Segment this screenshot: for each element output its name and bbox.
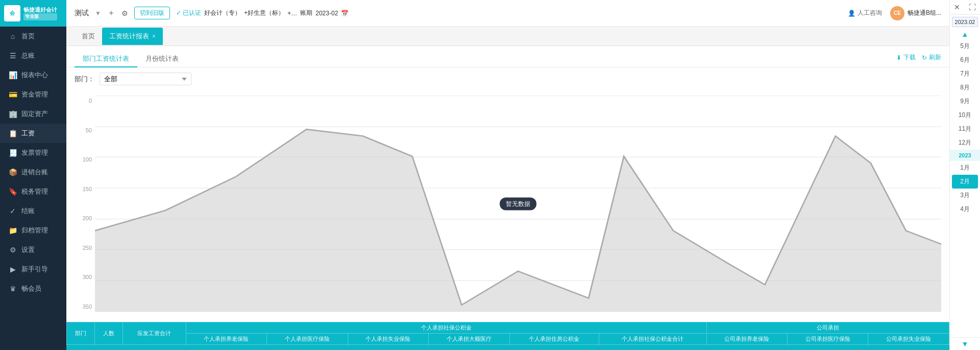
project-dropdown-icon[interactable]: ▼: [95, 10, 101, 17]
tabbar: 首页 工资统计报表 ×: [66, 27, 949, 46]
assets-icon: 🏢: [8, 110, 17, 118]
th-company-medical: 公司承担医疗保险: [787, 334, 868, 345]
biz-status: +好生意（标）: [244, 9, 284, 17]
th-company-unemployment: 公司承担失业保险: [868, 334, 949, 345]
download-icon: ⬇: [896, 54, 901, 61]
sidebar-item-home[interactable]: ⌂ 首页: [0, 27, 66, 46]
y-label-350: 350: [75, 304, 95, 310]
month-9[interactable]: 9月: [950, 95, 980, 108]
period-label: 账期: [300, 9, 312, 17]
date-nav-bottom: ▼: [950, 337, 980, 350]
th-total-wage: 应发工资合计: [122, 322, 186, 345]
sidebar-item-tax[interactable]: 🔖 税务管理: [0, 182, 66, 201]
panel-expand-button[interactable]: ⛶: [969, 3, 976, 11]
y-label-300: 300: [75, 274, 95, 280]
month-8[interactable]: 8月: [950, 81, 980, 95]
sidebar-item-sales[interactable]: 📦 进销台账: [0, 162, 66, 182]
refresh-icon: ↻: [922, 54, 927, 61]
tab-salary-report[interactable]: 工资统计报表 ×: [102, 28, 163, 45]
topbar: 测试 ▼ ＋ ⚙ 切到旧版 ✓ 已认证 好会计（专） +好生意（标） +… 账期…: [66, 0, 949, 27]
subtab-dept[interactable]: 部门工资统计表: [75, 51, 137, 67]
capital-icon: 💳: [8, 90, 17, 99]
date-up-button[interactable]: ▲: [962, 30, 969, 38]
invoice-icon: 🧾: [8, 149, 17, 157]
date-down-button[interactable]: ▼: [962, 340, 969, 348]
th-personal-group: 个人承担社保公积金: [186, 322, 706, 334]
month-11[interactable]: 11月: [950, 122, 980, 136]
main-area: 测试 ▼ ＋ ⚙ 切到旧版 ✓ 已认证 好会计（专） +好生意（标） +… 账期…: [66, 0, 949, 350]
dept-label: 部门：: [75, 75, 94, 84]
month-2-active[interactable]: 2月: [952, 175, 978, 189]
tab-close-button[interactable]: ×: [152, 33, 156, 40]
th-personal-total: 个人承担社保公积金合计: [599, 334, 706, 345]
sidebar-item-salary[interactable]: 📋 工资: [0, 124, 66, 143]
app-logo: 会 畅捷通好会计 专业版: [0, 0, 66, 27]
subtab-monthly[interactable]: 月份统计表: [137, 51, 187, 67]
y-label-50: 50: [75, 127, 95, 133]
panel-close-button[interactable]: ✕: [954, 3, 960, 11]
month-1[interactable]: 1月: [950, 161, 980, 175]
switch-old-button[interactable]: 切到旧版: [134, 7, 170, 19]
th-personal-major-medical: 个人承担大额医疗: [429, 334, 509, 345]
month-7[interactable]: 7月: [950, 67, 980, 81]
month-12[interactable]: 12月: [950, 136, 980, 150]
th-personal-pension: 个人承担养老保险: [186, 334, 266, 345]
y-label-250: 250: [75, 245, 95, 251]
vip-icon: ♛: [8, 285, 17, 293]
sidebar-item-capital[interactable]: 💳 资金管理: [0, 85, 66, 104]
topbar-status: ✓ 已认证 好会计（专） +好生意（标） +… 账期 2023-02 📅: [176, 9, 349, 17]
consult-button[interactable]: 👤 人工咨询: [848, 9, 882, 17]
chart-container: 350 300 250 200 150 100 50 0: [75, 96, 941, 322]
good-account-status: 好会计（专）: [204, 9, 241, 17]
sidebar-item-reports[interactable]: 📊 报表中心: [0, 65, 66, 85]
tab-home[interactable]: 首页: [75, 28, 102, 45]
home-icon: ⌂: [8, 32, 17, 40]
y-label-150: 150: [75, 186, 95, 192]
settings-icon: ⚙: [8, 246, 17, 254]
sidebar: 会 畅捷通好会计 专业版 ⌂ 首页 ☰ 总账 📊 报表中心 💳 资金管理 🏢 固…: [0, 0, 66, 350]
calendar-icon[interactable]: 📅: [341, 10, 349, 17]
y-label-100: 100: [75, 156, 95, 162]
refresh-button[interactable]: ↻ 刷新: [922, 53, 941, 62]
settings-button[interactable]: ⚙: [121, 9, 128, 17]
y-axis: 350 300 250 200 150 100 50 0: [75, 96, 95, 312]
sidebar-item-vip[interactable]: ♛ 畅会员: [0, 279, 66, 298]
month-5[interactable]: 5月: [950, 39, 980, 53]
sidebar-item-settle[interactable]: ✓ 结账: [0, 201, 66, 221]
sidebar-item-invoice[interactable]: 🧾 发票管理: [0, 143, 66, 162]
chart-area: 350 300 250 200 150 100 50 0: [66, 90, 949, 322]
table-grid: 部门 人数 应发工资合计 个人承担社保公积金 公司承担 个人承担养老保险 个人承…: [66, 322, 949, 345]
add-button[interactable]: ＋: [107, 8, 115, 18]
sidebar-item-assets[interactable]: 🏢 固定资产: [0, 104, 66, 124]
month-3[interactable]: 3月: [950, 189, 980, 202]
download-button[interactable]: ⬇ 下载: [896, 53, 916, 62]
th-personal-medical: 个人承担医疗保险: [267, 334, 348, 345]
reports-icon: 📊: [8, 71, 17, 79]
sidebar-item-settings[interactable]: ⚙ 设置: [0, 240, 66, 260]
year-2023-label: 2023: [950, 150, 980, 161]
chart-svg-wrapper: 暂无数据: [95, 96, 941, 312]
salary-icon: 📋: [8, 129, 17, 137]
th-personal-unemployment: 个人承担失业保险: [348, 334, 428, 345]
filter-row: 部门： 全部 财务部 人事部 技术部 销售部: [66, 67, 949, 90]
certified-status: ✓ 已认证: [176, 9, 201, 17]
sidebar-item-guide[interactable]: ▶ 新手引导: [0, 260, 66, 279]
month-list: 5月 6月 7月 8月 9月 10月 11月 12月 2023 1月 2月 3月…: [950, 39, 980, 337]
table-footer: 部门 人数 应发工资合计 个人承担社保公积金 公司承担 个人承担养老保险 个人承…: [66, 322, 949, 350]
sidebar-item-archive[interactable]: 📁 归档管理: [0, 221, 66, 240]
month-6[interactable]: 6月: [950, 53, 980, 67]
month-4[interactable]: 4月: [950, 202, 980, 216]
right-panel: ✕ ⛶ 2023.02 ▲ 5月 6月 7月 8月 9月 10月 11月 12月…: [949, 0, 980, 350]
subtab-actions: ⬇ 下载 ↻ 刷新: [896, 53, 941, 65]
sidebar-item-ledger[interactable]: ☰ 总账: [0, 46, 66, 65]
th-company-group: 公司承担: [706, 322, 949, 334]
more-status: +…: [287, 10, 297, 17]
subtab-bar: 部门工资统计表 月份统计表 ⬇ 下载 ↻ 刷新: [66, 46, 949, 67]
month-10[interactable]: 10月: [950, 108, 980, 122]
y-label-200: 200: [75, 215, 95, 221]
tax-icon: 🔖: [8, 188, 17, 196]
dept-select[interactable]: 全部 财务部 人事部 技术部 销售部: [100, 73, 191, 85]
ledger-icon: ☰: [8, 52, 17, 60]
user-menu[interactable]: CE 畅捷通B组...: [890, 6, 941, 20]
date-nav-top: ▲: [950, 29, 980, 39]
